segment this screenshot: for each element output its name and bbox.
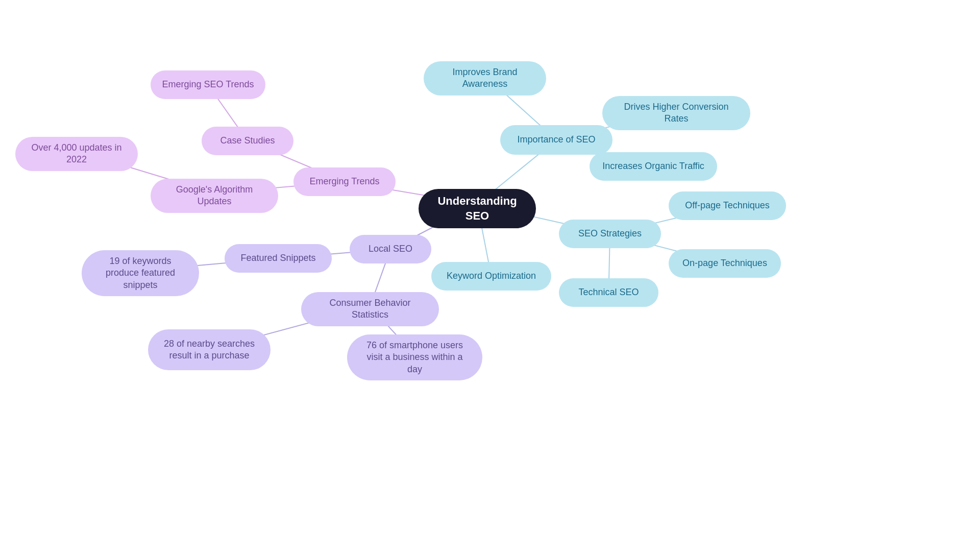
onpage-node: On-page Techniques: [669, 249, 781, 278]
76-smartphone-node: 76 of smartphone users visit a business …: [347, 334, 482, 380]
increases-traffic-node: Increases Organic Traffic: [590, 152, 717, 181]
improves-brand-node: Improves Brand Awareness: [424, 61, 546, 95]
offpage-node: Off-page Techniques: [669, 191, 786, 220]
keyword-opt-node: Keyword Optimization: [431, 262, 551, 291]
googles-algo-node: Google's Algorithm Updates: [151, 179, 278, 213]
featured-snippets-node: Featured Snippets: [225, 244, 332, 273]
emerging-seo-trends-node: Emerging SEO Trends: [151, 70, 265, 99]
28-searches-node: 28 of nearby searches result in a purcha…: [148, 329, 271, 370]
importance-seo-node: Importance of SEO: [500, 125, 612, 155]
seo-strategies-node: SEO Strategies: [559, 220, 661, 248]
center-node: Understanding SEO: [419, 189, 536, 228]
emerging-trends-node: Emerging Trends: [293, 167, 396, 196]
over-4000-node: Over 4,000 updates in 2022: [15, 137, 138, 171]
mindmap-container: Understanding SEOImportance of SEOImprov…: [0, 0, 980, 553]
drives-conversion-node: Drives Higher Conversion Rates: [602, 96, 750, 130]
19-keywords-node: 19 of keywords produce featured snippets: [82, 250, 199, 296]
technical-seo-node: Technical SEO: [559, 278, 658, 307]
consumer-behavior-node: Consumer Behavior Statistics: [301, 292, 439, 326]
case-studies-node: Case Studies: [202, 127, 293, 155]
local-seo-node: Local SEO: [350, 235, 431, 263]
